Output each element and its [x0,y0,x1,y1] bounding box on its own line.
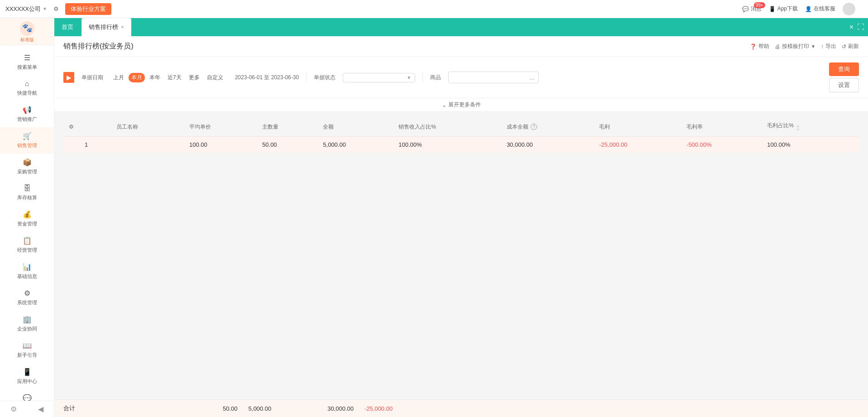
marketing-icon: 📢 [23,105,32,114]
tab-sales-ranking[interactable]: 销售排行榜 × [82,18,131,36]
status-filter-label: 单据状态 [314,74,336,81]
date-options: 上月 本月 本年 近7天 更多 自定义 [110,73,226,82]
date-option-this-month[interactable]: 本月 [129,73,145,82]
data-table: ⚙ 员工名称 平均单价 主数量 全额 销售收入占比% 成本全额 ? [63,117,859,153]
sidebar-collapse-icon[interactable]: ◀ [38,405,43,413]
company-name: XXXXXX公司 [5,5,41,13]
service-label: 在线客服 [814,5,835,13]
sidebar-item-sales[interactable]: 🛒 销售管理 [0,127,54,153]
row-employee [111,137,184,153]
row-settings [63,137,79,153]
sidebar-label-sales: 销售管理 [17,142,37,149]
wechat-icon: 💬 [23,394,32,401]
sidebar-item-operations[interactable]: 📋 经营管理 [0,232,54,258]
col-main-qty: 主数量 [257,117,317,137]
sidebar-item-basic-info[interactable]: 📊 基础信息 [0,258,54,284]
sidebar-label-app-center: 应用中心 [17,378,37,385]
sales-icon: 🛒 [23,132,32,140]
tab-home[interactable]: 首页 [54,18,81,36]
sidebar-settings-icon[interactable]: ⚙ [10,405,17,413]
sidebar-item-enterprise[interactable]: 🏢 企业协同 [0,311,54,337]
goods-search-field[interactable] [452,74,528,81]
sidebar-item-system[interactable]: ⚙ 系统管理 [0,284,54,311]
trial-button[interactable]: 体验行业方案 [65,3,111,15]
status-filter-select[interactable]: ▼ [343,73,415,82]
sidebar-item-purchase[interactable]: 📦 采购管理 [0,153,54,180]
tab-window-expand-button[interactable]: ⛶ [857,23,864,31]
goods-filter-label: 商品 [430,74,441,81]
tab-window-close-button[interactable]: × [849,23,854,31]
sidebar-item-search-order[interactable]: ☰ 搜索菜单 [0,49,54,75]
date-option-more[interactable]: 更多 [186,73,202,82]
col-rank [79,117,111,137]
col-sales-pct: 销售收入占比% [393,117,501,137]
page-title: 销售排行榜(按业务员) [63,42,134,51]
purchase-icon: 📦 [23,158,32,167]
table-header-row: ⚙ 员工名称 平均单价 主数量 全额 销售收入占比% 成本全额 ? [63,117,859,137]
print-button[interactable]: 🖨 按模板打印 ▼ [775,43,815,50]
expand-label: 展开更多条件 [448,101,481,109]
sidebar-item-quick-nav[interactable]: ⌂ 快捷导航 [0,75,54,101]
tab-close-icon[interactable]: × [121,24,124,30]
sidebar-item-guide[interactable]: 📖 新手引导 [0,337,54,363]
sidebar-item-inventory[interactable]: 🗄 库存核算 [0,180,54,206]
sidebar-label-quick-nav: 快捷导航 [17,90,37,96]
sidebar: 🐾 标准版 ☰ 搜索菜单 ⌂ 快捷导航 📢 营销推广 🛒 销售管理 📦 [0,18,54,417]
settings-icon[interactable]: ⚙ [51,4,62,14]
footer-amount: 5,000.00 [243,405,277,412]
row-gross: -25,000.00 [594,137,681,153]
col-avg-price: 平均单价 [184,117,257,137]
col-settings[interactable]: ⚙ [63,117,79,137]
sidebar-label-inventory: 库存核算 [17,194,37,201]
date-option-custom[interactable]: 自定义 [204,73,226,82]
gross-pct-sort-icon[interactable]: ▲ ▼ [796,125,800,132]
sidebar-item-app-center[interactable]: 📱 应用中心 [0,363,54,389]
sidebar-nav: ☰ 搜索菜单 ⌂ 快捷导航 📢 营销推广 🛒 销售管理 📦 采购管理 🗄 库 [0,45,54,401]
filter-toggle-button[interactable]: ▶ [63,72,74,83]
refresh-label: 刷新 [848,43,859,50]
goods-filter-input[interactable]: ... [448,72,539,83]
date-option-7days[interactable]: 近7天 [165,73,184,82]
sidebar-item-marketing[interactable]: 📢 营销推广 [0,101,54,127]
export-button[interactable]: ↑ 导出 [821,43,836,50]
sidebar-label-enterprise: 企业协同 [17,326,37,332]
status-dropdown-icon: ▼ [407,75,411,80]
refresh-button[interactable]: ↺ 刷新 [842,43,859,50]
row-sales-pct: 100.00% [393,137,501,153]
col-gross: 毛利 [594,117,681,137]
sidebar-item-wechat[interactable]: 💬 企业微信 [0,389,54,401]
logo-area: 🐾 标准版 [0,18,54,45]
cost-info-icon[interactable]: ? [531,124,537,130]
goods-more-icon[interactable]: ... [529,74,535,81]
settings-button[interactable]: 设置 [829,78,859,92]
footer-total-label: 合计 [63,404,127,412]
sidebar-bottom: ⚙ ◀ [0,401,54,417]
date-option-this-year[interactable]: 本年 [147,73,163,82]
help-button[interactable]: ❓ 帮助 [750,43,769,50]
sidebar-item-finance[interactable]: 💰 资金管理 [0,206,54,232]
chevron-down-icon: ▼ [43,6,47,11]
expand-icon: ⌄ [442,102,446,108]
enterprise-icon: 🏢 [23,315,32,324]
table-footer: 合计 50.00 5,000.00 30,000.00 -25,000.00 [54,399,868,417]
app-icon: 📱 [769,6,776,12]
query-button[interactable]: 查询 [829,62,859,76]
online-service-button[interactable]: 👤 在线客服 [805,5,835,13]
footer-main-qty: 50.00 [217,405,243,412]
app-download-button[interactable]: 📱 App下载 [769,5,798,13]
footer-cost: 30,000.00 [322,405,359,412]
help-icon: ❓ [750,43,757,50]
content-area: 首页 销售排行榜 × × ⛶ 销售排行榜(按业务员) ❓ 帮助 [54,18,868,417]
date-option-last-month[interactable]: 上月 [110,73,127,82]
company-selector[interactable]: XXXXXX公司 ▼ [5,5,47,13]
message-badge: 99+ [754,2,765,8]
row-gross-rate: -500.00% [681,137,762,153]
message-button[interactable]: 💬 消息 99+ [742,5,762,13]
tab-sales-ranking-label: 销售排行榜 [89,23,118,31]
expand-more-button[interactable]: ⌄ 展开更多条件 [442,101,481,109]
avatar[interactable] [843,3,855,15]
sidebar-label-finance: 资金管理 [17,220,37,227]
basic-info-icon: 📊 [23,263,32,271]
service-icon: 👤 [805,6,812,12]
top-right-actions: 💬 消息 99+ 📱 App下载 👤 在线客服 [742,3,863,15]
